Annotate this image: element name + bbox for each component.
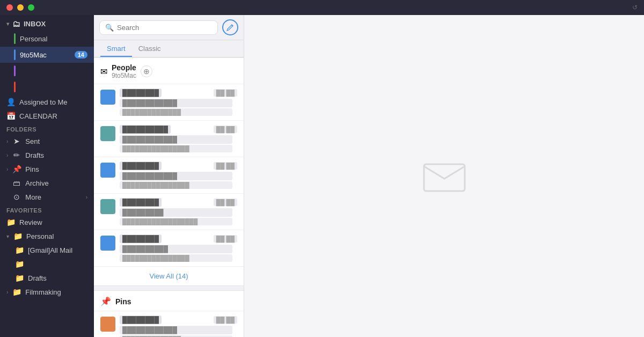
filmmaking-icon: 📁: [12, 288, 21, 296]
sent-label: Sent: [25, 137, 87, 145]
filmmaking-expand: ›: [6, 289, 8, 295]
detail-panel: [244, 15, 644, 337]
9to5mac-label: 9to5Mac: [20, 51, 70, 59]
pin-sender-1: ████████: [120, 316, 162, 324]
drafts-fav-label: Drafts: [28, 274, 87, 282]
email-time-3: ██ ██: [214, 162, 237, 170]
pin-item-1[interactable]: ████████ ██ ██ ████████████ ████████████…: [94, 311, 244, 337]
personal-fav-label: Personal: [26, 232, 87, 240]
inbox-header[interactable]: ▾ 🗂 INBOX: [0, 15, 94, 31]
email-sender-1: ████████: [120, 89, 162, 97]
sidebar-item-pins[interactable]: › 📌 Pins: [0, 162, 94, 176]
email-top-row-4: ████████ ██ ██: [120, 198, 237, 207]
inbox-icon: 🗂: [12, 19, 20, 28]
sidebar-item-calendar[interactable]: 📅 CALENDAR: [0, 109, 94, 123]
email-item-3[interactable]: ████████ ██ ██ ████████████ ████████████…: [94, 157, 244, 193]
sidebar-item-archive[interactable]: › 🗃 Archive: [0, 176, 94, 190]
sidebar-item-filmmaking[interactable]: › 📁 Filmmaking: [0, 285, 94, 299]
people-title-wrap: People 9to5Mac: [112, 63, 136, 79]
sidebar-item-assigned[interactable]: 👤 Assigned to Me: [0, 95, 94, 109]
people-more-button[interactable]: ⊕: [141, 65, 152, 77]
favorites-header: Favorites: [0, 204, 94, 215]
sidebar-item-drafts[interactable]: › ✏ Drafts: [0, 148, 94, 162]
pins-section-icon: 📌: [100, 296, 111, 306]
email-preview-3: ████████████████: [120, 181, 232, 189]
sidebar-item-inbox2[interactable]: [0, 63, 94, 79]
email-top-row-3: ████████ ██ ██: [120, 162, 237, 170]
email-sender-3: ████████: [120, 162, 162, 170]
sent-expand: ›: [6, 138, 8, 144]
email-item-4[interactable]: ████████ ██ ██ █████████ ███████████████…: [94, 193, 244, 230]
email-item-2[interactable]: ██████████ ██ ██ ████████████ ██████████…: [94, 120, 244, 157]
sidebar-item-gmail-all[interactable]: 📁 [Gmail]All Mail: [0, 243, 94, 257]
sidebar-item-review[interactable]: 📁 Review: [0, 215, 94, 229]
people-view-all-button[interactable]: View All (14): [94, 266, 244, 285]
email-avatar-5: [100, 236, 115, 251]
sidebar-item-sub-folder[interactable]: 📁: [0, 257, 94, 271]
drafts-label: Drafts: [25, 151, 87, 159]
email-item-1[interactable]: ████████ ██ ██ ████████████ ████████████…: [94, 84, 244, 120]
search-input-wrap[interactable]: 🔍: [99, 20, 218, 35]
pin-content-1: ████████ ██ ██ ████████████ ████████████…: [120, 316, 237, 337]
minimize-button[interactable]: [17, 4, 24, 11]
maximize-button[interactable]: [28, 4, 34, 11]
sidebar-item-more[interactable]: › ⊙ More ›: [0, 190, 94, 204]
gmail-all-label: [Gmail]All Mail: [28, 246, 87, 254]
review-label: Review: [19, 218, 87, 226]
personal-fav-expand: ▾: [6, 233, 9, 239]
inbox2-dot: [14, 65, 16, 76]
email-item-5[interactable]: ████████ ██ ██ ██████████ ██████████████…: [94, 230, 244, 266]
sidebar-item-9to5mac[interactable]: 9to5Mac 14: [0, 47, 94, 63]
calendar-label: CALENDAR: [19, 112, 87, 120]
search-input[interactable]: [117, 24, 212, 32]
email-preview-5: ████████████████: [120, 254, 232, 262]
sub-folder-icon: 📁: [15, 260, 24, 268]
email-top-row-5: ████████ ██ ██: [120, 235, 237, 243]
email-content-3: ████████ ██ ██ ████████████ ████████████…: [120, 162, 237, 189]
people-section-icon: ✉: [100, 67, 107, 77]
search-icon: 🔍: [105, 24, 114, 32]
empty-state: [423, 160, 466, 192]
email-subject-2: ████████████: [120, 135, 232, 144]
drafts-expand: ›: [6, 152, 8, 158]
refresh-icon[interactable]: ↺: [632, 4, 638, 11]
sidebar-item-inbox3[interactable]: [0, 79, 94, 95]
sidebar-item-sent[interactable]: › ➤ Sent: [0, 134, 94, 148]
personal-label: Personal: [20, 35, 87, 43]
compose-icon: [226, 24, 234, 31]
assigned-label: Assigned to Me: [19, 98, 87, 106]
filmmaking-label: Filmmaking: [25, 288, 87, 296]
pins-section-header: 📌 Pins: [94, 291, 244, 311]
sidebar-item-personal-fav[interactable]: ▾ 📁 Personal: [0, 229, 94, 243]
inbox3-dot: [14, 82, 16, 92]
pin-avatar-1: [100, 317, 115, 332]
personal-fav-icon: 📁: [13, 232, 22, 240]
email-avatar-3: [100, 163, 115, 178]
email-content-4: ████████ ██ ██ █████████ ███████████████…: [120, 198, 237, 225]
inbox-chevron: ▾: [6, 21, 9, 27]
email-preview-4: ██████████████████: [120, 218, 232, 225]
tab-classic[interactable]: Classic: [132, 40, 167, 57]
compose-button[interactable]: [222, 19, 238, 35]
tab-smart[interactable]: Smart: [100, 40, 132, 57]
email-time-2: ██ ██: [214, 126, 237, 133]
title-bar: ↺: [0, 0, 644, 15]
inbox-label: INBOX: [24, 20, 46, 28]
email-sender-2: ██████████: [120, 125, 171, 134]
sidebar-item-drafts-fav[interactable]: 📁 Drafts: [0, 271, 94, 285]
archive-icon: 🗃: [12, 179, 21, 187]
email-avatar-2: [100, 126, 115, 141]
drafts-folder-icon: ✏: [12, 151, 21, 159]
close-button[interactable]: [6, 4, 13, 11]
email-subject-5: ██████████: [120, 245, 232, 253]
email-sender-4: ████████: [120, 198, 162, 207]
calendar-icon: 📅: [6, 112, 15, 120]
sidebar: ▾ 🗂 INBOX Personal 9to5Mac 14 👤 Assigned…: [0, 15, 94, 337]
sidebar-item-personal[interactable]: Personal: [0, 31, 94, 47]
email-sections: ✉ People 9to5Mac ⊕ ████████ ██ ██: [94, 57, 244, 337]
more-label: More: [25, 193, 81, 201]
pins-folder-icon: 📌: [12, 165, 21, 173]
more-icon: ⊙: [12, 193, 21, 201]
view-tabs: Smart Classic: [94, 40, 244, 57]
gmail-all-icon: 📁: [15, 246, 24, 254]
